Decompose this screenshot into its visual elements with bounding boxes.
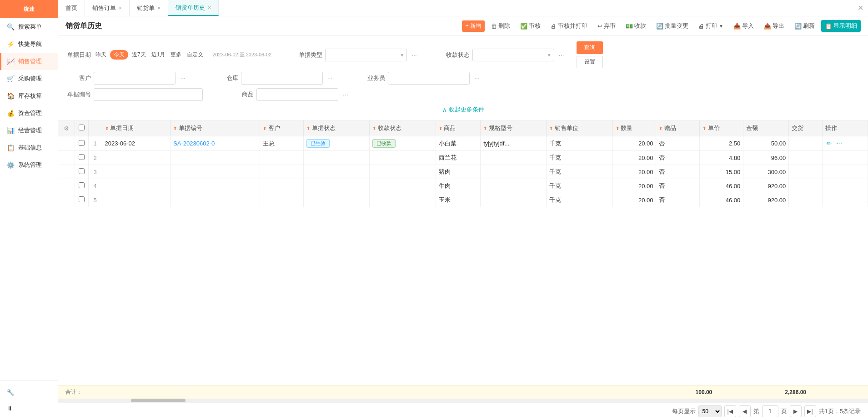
tab-sales-goods-close[interactable]: ×: [157, 5, 161, 11]
prev-page-button[interactable]: ◀: [739, 405, 751, 417]
table-container[interactable]: ⚙ ⬆ 单据日期 ⬆ 单据编号 ⬆ 客户 ⬆ 单据状态 ⬆ 收款状态 ⬆ 商品 …: [58, 120, 868, 385]
sidebar-settings-btn[interactable]: 🔧: [0, 385, 58, 400]
row-number[interactable]: [171, 151, 260, 165]
row-actions[interactable]: [823, 151, 868, 165]
tab-sales-order-close[interactable]: ×: [119, 5, 122, 11]
doc-type-ellipsis[interactable]: ···: [410, 51, 419, 59]
row-checkbox[interactable]: [79, 154, 85, 160]
col-customer[interactable]: ⬆ 客户: [260, 120, 304, 136]
salesperson-input[interactable]: [388, 72, 470, 85]
sidebar-item-ops-mgmt[interactable]: 📊 经营管理: [0, 122, 58, 139]
col-settings[interactable]: ⚙: [58, 120, 75, 136]
salesperson-ellipsis[interactable]: ···: [472, 75, 482, 82]
col-checkbox[interactable]: [75, 120, 88, 136]
scrollbar-thumb[interactable]: [131, 399, 186, 402]
edit-action[interactable]: ✏: [825, 140, 833, 147]
table-row[interactable]: 2 西兰花 千克 20.00 否 4.80 96.00: [58, 151, 868, 165]
window-close-btn[interactable]: ✕: [853, 4, 868, 12]
col-unit-price[interactable]: ⬆ 单价: [700, 120, 743, 136]
sidebar-item-basic-info[interactable]: 📋 基础信息: [0, 139, 58, 156]
tab-sales-history[interactable]: 销货单历史 ×: [168, 0, 219, 16]
more-action[interactable]: ⋯: [835, 140, 843, 147]
col-sales-unit[interactable]: ⬆ 销售单位: [547, 120, 612, 136]
show-detail-button[interactable]: 📋 显示明细: [821, 20, 861, 32]
collect-button[interactable]: 💵 收款: [622, 20, 650, 32]
sidebar-item-search-menu[interactable]: 🔍 搜索菜单: [0, 18, 58, 35]
warehouse-ellipsis[interactable]: ···: [326, 75, 335, 82]
page-size-select[interactable]: 50 100: [698, 405, 722, 417]
row-number[interactable]: [171, 193, 260, 207]
tab-sales-goods[interactable]: 销货单 ×: [130, 0, 168, 16]
row-checkbox-cell[interactable]: [75, 136, 88, 151]
collapse-button[interactable]: ∧ 收起更多条件: [65, 105, 861, 115]
table-row[interactable]: 4 牛肉 千克 20.00 否 46.00 920.00: [58, 179, 868, 193]
row-number[interactable]: [171, 165, 260, 179]
doc-number-input[interactable]: [94, 88, 203, 101]
col-gift[interactable]: ⬆ 赠品: [656, 120, 700, 136]
collect-status-ellipsis[interactable]: ···: [557, 51, 566, 59]
tab-home[interactable]: 首页: [58, 0, 85, 16]
row-checkbox[interactable]: [79, 196, 85, 202]
row-checkbox-cell[interactable]: [75, 179, 88, 193]
table-row[interactable]: 5 玉米 千克 20.00 否 46.00 920.00: [58, 193, 868, 207]
row-actions[interactable]: [823, 179, 868, 193]
row-checkbox[interactable]: [79, 140, 85, 146]
customer-ellipsis[interactable]: ···: [178, 75, 187, 82]
next-page-button[interactable]: ▶: [790, 405, 802, 417]
tab-sales-order[interactable]: 销售订单 ×: [85, 0, 130, 16]
row-checkbox[interactable]: [79, 182, 85, 188]
doc-number-link[interactable]: SA-20230602-0: [173, 140, 215, 147]
batch-change-button[interactable]: 🔄 批量变更: [652, 20, 692, 32]
new-button[interactable]: + 新增: [462, 20, 485, 32]
query-button[interactable]: 查询: [577, 41, 603, 54]
sidebar-item-sales-mgmt[interactable]: 📈 销售管理: [0, 53, 58, 70]
date-shortcut-yesterday[interactable]: 昨天: [94, 50, 108, 60]
col-date[interactable]: ⬆ 单据日期: [102, 120, 171, 136]
goods-input[interactable]: [256, 88, 338, 101]
table-row[interactable]: 1 2023-06-02 SA-20230602-0 王总 已生效 已收款 小白…: [58, 136, 868, 151]
row-checkbox-cell[interactable]: [75, 193, 88, 207]
audit-button[interactable]: ✅ 审核: [517, 20, 544, 32]
row-actions[interactable]: ✏ ⋯: [823, 136, 868, 151]
refresh-button[interactable]: 🔄 刷新: [791, 20, 818, 32]
row-actions[interactable]: [823, 165, 868, 179]
sidebar-item-finance-mgmt[interactable]: 💰 资金管理: [0, 105, 58, 122]
last-page-button[interactable]: ▶|: [804, 405, 816, 417]
row-checkbox[interactable]: [79, 168, 85, 174]
first-page-button[interactable]: |◀: [724, 405, 736, 417]
table-row[interactable]: 3 猪肉 千克 20.00 否 15.00 300.00: [58, 165, 868, 179]
select-all-checkbox[interactable]: [79, 125, 85, 130]
row-checkbox-cell[interactable]: [75, 165, 88, 179]
collect-status-select[interactable]: [472, 49, 554, 61]
row-actions[interactable]: [823, 193, 868, 207]
col-quantity[interactable]: ⬆ 数量: [612, 120, 656, 136]
import-button[interactable]: 📥 导入: [730, 20, 758, 32]
tab-sales-history-close[interactable]: ×: [208, 5, 211, 11]
delete-button[interactable]: 🗑 删除: [487, 20, 514, 32]
page-number-input[interactable]: [762, 405, 778, 417]
export-button[interactable]: 📤 导出: [760, 20, 788, 32]
sidebar-item-purchase-mgmt[interactable]: 🛒 采购管理: [0, 70, 58, 87]
abandon-button[interactable]: ↩ 弃审: [594, 20, 619, 32]
goods-ellipsis[interactable]: ···: [341, 91, 350, 98]
col-number[interactable]: ⬆ 单据编号: [171, 120, 260, 136]
row-number[interactable]: [171, 179, 260, 193]
doc-type-select[interactable]: [325, 49, 407, 61]
col-spec[interactable]: ⬆ 规格型号: [481, 120, 547, 136]
sidebar-item-inventory[interactable]: 🏠 库存核算: [0, 87, 58, 105]
sidebar-item-sys-mgmt[interactable]: ⚙️ 系统管理: [0, 156, 58, 174]
customer-input[interactable]: [94, 72, 176, 85]
horizontal-scrollbar[interactable]: [58, 399, 868, 402]
row-checkbox-cell[interactable]: [75, 151, 88, 165]
col-collect-status[interactable]: ⬆ 收款状态: [370, 120, 436, 136]
filter-settings-button[interactable]: 设置: [577, 56, 603, 68]
sidebar-pause-btn[interactable]: ⏸: [0, 400, 58, 416]
print-button[interactable]: 🖨 打印 ▼: [695, 20, 727, 32]
date-shortcut-custom[interactable]: 自定义: [185, 50, 205, 60]
date-shortcut-1month[interactable]: 近1月: [150, 50, 167, 60]
col-goods[interactable]: ⬆ 商品: [436, 120, 481, 136]
date-shortcut-7days[interactable]: 近7天: [130, 50, 148, 60]
date-shortcut-today[interactable]: 今天: [110, 50, 128, 60]
warehouse-input[interactable]: [241, 72, 323, 85]
audit-print-button[interactable]: 🖨 审核并打印: [547, 20, 591, 32]
